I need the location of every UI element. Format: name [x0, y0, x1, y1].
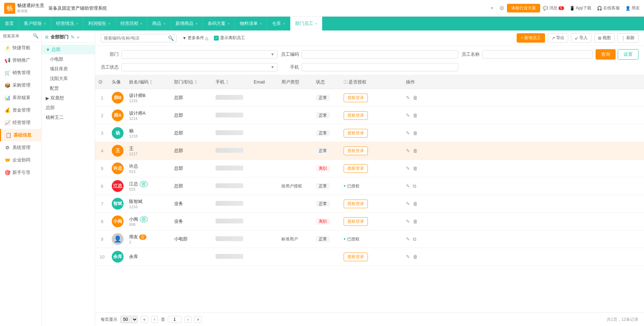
sidebar-item-cooperation[interactable]: 🤝 企业协同: [0, 154, 41, 166]
auth-button[interactable]: 授权登录: [344, 200, 368, 208]
search-input[interactable]: [104, 36, 166, 41]
close-icon[interactable]: ×: [283, 22, 285, 26]
edit-icon[interactable]: ✎: [406, 219, 410, 224]
col-phone[interactable]: 手机 ▲▼: [213, 75, 251, 89]
status-select[interactable]: ▼: [121, 63, 278, 71]
trial-button[interactable]: 体验行业方案: [507, 4, 540, 12]
delete-icon[interactable]: 🗑: [413, 148, 418, 153]
sidebar-item-purchase[interactable]: 📦 采购管理: [0, 79, 41, 91]
edit-icon[interactable]: ✎: [406, 166, 410, 171]
message-button[interactable]: 💬 消息 5: [543, 5, 564, 11]
auth-button[interactable]: 授权登录: [344, 129, 368, 138]
auth-button[interactable]: 授权登录: [344, 217, 368, 226]
auth-button[interactable]: 授权登录: [344, 94, 368, 102]
close-icon[interactable]: ×: [163, 22, 165, 26]
add-employee-button[interactable]: + 新增员工: [517, 33, 545, 43]
tab-profit[interactable]: 利润报告×: [83, 17, 116, 30]
prev-page-button[interactable]: ‹: [151, 316, 158, 323]
next-page-button[interactable]: ›: [184, 316, 191, 323]
delete-icon[interactable]: 🗑: [413, 130, 418, 136]
edit-icon[interactable]: ✎: [406, 183, 410, 189]
dept-select[interactable]: ▼: [121, 50, 278, 59]
tab-history[interactable]: 经营历程×: [116, 17, 148, 30]
export-button[interactable]: ↗ 导出: [548, 33, 568, 43]
sidebar-item-sales[interactable]: 🛒 销售管理: [0, 67, 41, 79]
close-icon[interactable]: ×: [315, 22, 317, 26]
edit-icon[interactable]: ✎: [406, 236, 410, 242]
dept-node-zongbu-expand[interactable]: ▼ 总部: [42, 45, 95, 54]
tab-new-product[interactable]: 新增商品×: [171, 17, 203, 30]
close-icon[interactable]: ×: [44, 22, 46, 26]
sidebar-item-marketing[interactable]: 📢 营销推广: [0, 54, 41, 67]
search-button[interactable]: 查询: [596, 49, 616, 60]
dept-node-zongbu2[interactable]: 总部: [42, 103, 95, 113]
delete-icon[interactable]: 🗑: [413, 113, 418, 118]
emp-code-input[interactable]: [302, 50, 458, 59]
auth-button[interactable]: 授权登录: [344, 164, 368, 173]
delete-icon[interactable]: 🗑: [413, 166, 418, 171]
copy-icon[interactable]: ⧉: [413, 236, 416, 242]
close-icon[interactable]: ×: [196, 22, 198, 26]
copy-icon[interactable]: ⧉: [413, 183, 416, 189]
auth-button[interactable]: 授权登录: [344, 253, 368, 261]
close-icon[interactable]: ×: [228, 22, 230, 26]
sidebar-item-operations[interactable]: 📈 经营管理: [0, 116, 41, 129]
col-settings[interactable]: ⚙: [95, 75, 109, 89]
settings-icon[interactable]: ⚙: [499, 5, 504, 11]
page-number-input[interactable]: [168, 316, 182, 323]
dept-node-shuanglu[interactable]: ▶ 双鹿想: [42, 93, 95, 103]
emp-name-input[interactable]: [482, 50, 593, 59]
sidebar-item-guide[interactable]: 🎯 新手引导: [0, 166, 41, 179]
filter-button[interactable]: ▼ 更多条件 △: [180, 34, 211, 42]
edit-icon[interactable]: ✎: [406, 95, 410, 100]
edit-icon[interactable]: ✎: [406, 254, 410, 259]
auth-button[interactable]: 授权登录: [344, 147, 368, 155]
tab-bom[interactable]: 物料清单×: [235, 17, 267, 30]
set-button[interactable]: 设置: [618, 49, 638, 60]
tab-customer[interactable]: 客户联络×: [19, 17, 51, 30]
first-page-button[interactable]: «: [140, 316, 148, 323]
auth-button[interactable]: 授权登录: [344, 111, 368, 120]
last-page-button[interactable]: »: [194, 316, 202, 323]
edit-icon[interactable]: ✎: [406, 113, 410, 118]
phone-input[interactable]: [302, 63, 458, 71]
import-button[interactable]: ↙ 导入: [571, 33, 591, 43]
view-button[interactable]: ⊞ 视图: [594, 33, 615, 43]
edit-icon[interactable]: ✎: [406, 130, 410, 136]
tab-operations[interactable]: 经营情况×: [51, 17, 83, 30]
sidebar-item-system[interactable]: ⚙ 系统管理: [0, 141, 41, 154]
sidebar-item-inventory[interactable]: 📊 库存核算: [0, 91, 41, 104]
close-icon[interactable]: ×: [108, 22, 110, 26]
dept-edit-icon[interactable]: ✎: [71, 34, 75, 40]
sidebar-item-quick-nav[interactable]: ⚡ 快捷导航: [0, 42, 41, 54]
refresh-button[interactable]: ⋮ 刷新: [617, 33, 638, 43]
tab-warehouse[interactable]: 仓库×: [267, 17, 290, 30]
col-dept-position[interactable]: 部门/职位 ▲▼: [171, 75, 213, 89]
close-icon[interactable]: ×: [260, 22, 262, 26]
tab-department[interactable]: 部门员工×: [290, 17, 323, 30]
tab-products[interactable]: 商品×: [147, 17, 171, 30]
dept-node-peihuo[interactable]: 配货: [42, 83, 95, 93]
delete-icon[interactable]: 🗑: [413, 219, 418, 224]
delete-icon[interactable]: 🗑: [413, 201, 418, 206]
dept-node-xiangmukufang[interactable]: 项目库房: [42, 64, 95, 74]
dept-node-shenyanglibrary[interactable]: 沈阳大库: [42, 74, 95, 83]
tab-home[interactable]: 首页: [0, 17, 19, 30]
sidebar-item-finance[interactable]: 💰 资金管理: [0, 104, 41, 116]
edit-icon[interactable]: ✎: [406, 148, 410, 153]
online-service-button[interactable]: 🎧 在线客服: [597, 5, 620, 11]
tab-barcode[interactable]: 条码方案×: [203, 17, 235, 30]
col-name-code[interactable]: 姓名/编码 ▲▼: [126, 75, 171, 89]
close-icon[interactable]: ×: [140, 22, 143, 26]
dept-collapse-icon[interactable]: «: [77, 34, 80, 40]
dept-node-xiaodianbu[interactable]: 小电部: [42, 54, 95, 64]
app-download-button[interactable]: 📱 App下载: [570, 5, 591, 11]
dept-node-zhishu[interactable]: 植树王二: [42, 113, 95, 122]
user-button[interactable]: 👤 用友: [625, 5, 640, 11]
edit-icon[interactable]: ✎: [406, 201, 410, 206]
sidebar-item-basic-info[interactable]: 📋 基础信息: [0, 129, 41, 141]
delete-icon[interactable]: 🗑: [413, 254, 418, 259]
delete-icon[interactable]: 🗑: [413, 95, 418, 100]
system-title-arrow[interactable]: ▼: [490, 6, 494, 10]
per-page-select[interactable]: 50 100: [120, 316, 138, 323]
